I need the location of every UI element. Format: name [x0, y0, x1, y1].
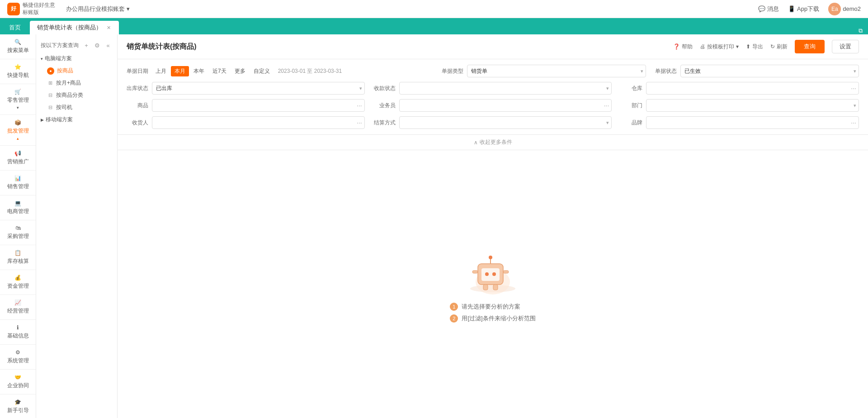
sidebar-item-wholesale[interactable]: 📦 批发管理 ▴	[0, 115, 36, 146]
collapse-btn[interactable]: ∧ 收起更多条件	[474, 138, 512, 146]
scheme-item-driver[interactable]: ⊟ 按司机	[36, 101, 117, 114]
sidebar-item-inventory[interactable]: 📋 库存核算	[0, 245, 36, 270]
header-right: 💬 消息 📱 App下载 Ea demo2	[758, 3, 861, 15]
sidebar-item-guide[interactable]: 🎓 新手引导	[0, 394, 36, 418]
filter-row-3: 商品 ··· 业务员 ··· 部门	[127, 99, 859, 112]
out-status-select[interactable]: 已出库	[152, 82, 365, 95]
scheme-group-pc-header[interactable]: ▾ 电脑端方案	[36, 52, 117, 65]
receiver-input[interactable]	[152, 116, 365, 129]
receipt-status-select[interactable]	[399, 82, 612, 95]
date-tab-this-year[interactable]: 本年	[190, 66, 208, 76]
date-tab-7days[interactable]: 近7天	[209, 66, 230, 76]
export-btn[interactable]: ⬆ 导出	[746, 43, 763, 51]
receipt-status-label: 收款状态	[374, 85, 399, 92]
marketing-icon: 📢	[14, 150, 21, 157]
filter-doc-type: 单据类型 销货单 ▾	[442, 65, 646, 77]
sidebar-operations-label: 经营管理	[7, 307, 29, 315]
breadcrumb-dropdown[interactable]: 办公用品行业模拟账套 ▾	[66, 5, 130, 13]
help-label: 帮助	[682, 43, 693, 51]
tab-close-btn[interactable]: ✕	[105, 24, 112, 31]
brand-input[interactable]	[646, 116, 859, 129]
sales-icon: 📊	[14, 175, 21, 181]
page-title-row: 销货单统计表(按商品) ❓ 帮助 🖨 按模板打印 ▾ ⬆	[127, 40, 859, 53]
sidebar-item-collab[interactable]: 🤝 企业协同	[0, 370, 36, 394]
scheme-collapse-btn[interactable]: «	[104, 41, 113, 50]
sidebar-quick-label: 快捷导航	[7, 71, 29, 79]
scheme-item-driver-label: 按司机	[56, 104, 72, 111]
filter-area: 单据日期 上月 本月 本年 近7天 更多 自定义 2023-03-01 至 20…	[118, 59, 868, 135]
scheme-item-by-goods-label: 按商品	[57, 67, 73, 75]
empty-hint-2: 2 用[过滤]条件来缩小分析范围	[450, 314, 535, 323]
sidebar-item-marketing[interactable]: 📢 营销推广	[0, 146, 36, 171]
sidebar-finance-label: 资金管理	[7, 282, 29, 290]
scheme-item-month-goods[interactable]: ⊞ 按月+商品	[36, 77, 117, 89]
breadcrumb-arrow: ▾	[127, 5, 130, 12]
salesman-input[interactable]	[399, 99, 612, 112]
help-btn[interactable]: ❓ 帮助	[673, 43, 693, 51]
message-label: 消息	[767, 5, 779, 13]
warehouse-control: ···	[646, 82, 859, 95]
breadcrumb-text: 办公用品行业模拟账套	[66, 5, 125, 13]
filter-out-status: 出库状态 已出库 ▾	[127, 82, 365, 95]
tab-restore-icon[interactable]: ⧉	[859, 27, 863, 34]
scheme-panel-header: 按以下方案查询 + ⚙ «	[36, 38, 117, 52]
sidebar-item-quick-nav[interactable]: ⭐ 快捷导航	[0, 59, 36, 84]
sidebar-sales-label: 销售管理	[7, 183, 29, 190]
tab-active[interactable]: 销货单统计表（按商品） ✕	[30, 21, 119, 34]
app-download-action[interactable]: 📱 App下载	[788, 5, 819, 13]
refresh-btn[interactable]: ↻ 刷新	[770, 43, 788, 51]
sidebar-item-basic[interactable]: ℹ 基础信息	[0, 320, 36, 345]
top-header: 好 畅捷信好生意 标账版 办公用品行业模拟账套 ▾ 💬 消息 📱 App下载 E…	[0, 0, 868, 18]
scheme-group-pc: ▾ 电脑端方案 ● 按商品 ⊞ 按月+商品 ⊟ 按商品分类 ⊟ 按司机	[36, 52, 117, 114]
warehouse-input[interactable]	[646, 82, 859, 95]
refresh-icon: ↻	[770, 43, 775, 50]
sidebar-item-purchase[interactable]: 🛍 采购管理	[0, 220, 36, 245]
template-print-btn[interactable]: 🖨 按模板打印 ▾	[700, 43, 739, 51]
scheme-group-mobile: ▶ 移动端方案	[36, 114, 117, 126]
dept-select[interactable]	[646, 99, 859, 112]
empty-state: 1 请先选择要分析的方案 2 用[过滤]条件来缩小分析范围	[118, 150, 868, 418]
collapse-arrow-icon: ∧	[474, 139, 478, 146]
settings-btn[interactable]: 设置	[832, 40, 859, 53]
template-print-label: 按模板打印	[707, 43, 734, 51]
goods-input[interactable]	[152, 99, 365, 112]
out-status-control: 已出库 ▾	[152, 82, 365, 95]
date-tab-more[interactable]: 更多	[231, 66, 249, 76]
filter-row-2: 出库状态 已出库 ▾ 收款状态	[127, 82, 859, 95]
sidebar-item-sales[interactable]: 📊 销售管理	[0, 171, 36, 195]
query-btn[interactable]: 查询	[795, 40, 825, 53]
message-action[interactable]: 💬 消息	[758, 5, 779, 13]
hint-2-text: 用[过滤]条件来缩小分析范围	[462, 314, 535, 323]
scheme-group-mobile-label: 移动端方案	[46, 116, 73, 124]
sidebar-item-ecommerce[interactable]: 💻 电商管理	[0, 195, 36, 220]
date-tab-last-month[interactable]: 上月	[152, 66, 170, 76]
user-action[interactable]: Ea demo2	[828, 3, 861, 15]
settlement-select[interactable]	[399, 116, 612, 129]
ecommerce-icon: 💻	[14, 200, 21, 206]
doc-status-select[interactable]: 已生效	[680, 65, 859, 77]
doc-type-select[interactable]: 销货单	[467, 65, 646, 77]
content-area: 按以下方案查询 + ⚙ « ▾ 电脑端方案 ● 按商品 ⊞	[36, 34, 868, 418]
filter-row-1: 单据日期 上月 本月 本年 近7天 更多 自定义 2023-03-01 至 20…	[127, 65, 859, 77]
filter-row-4: 收货人 ··· 结算方式 ▾	[127, 116, 859, 129]
scheme-item-by-goods[interactable]: ● 按商品	[36, 65, 117, 77]
refresh-label: 刷新	[777, 43, 788, 51]
sidebar-item-operations[interactable]: 📈 经营管理	[0, 295, 36, 320]
sidebar-item-system[interactable]: ⚙ 系统管理	[0, 345, 36, 370]
user-label: demo2	[843, 5, 861, 12]
date-tab-custom[interactable]: 自定义	[250, 66, 274, 76]
sidebar-item-search[interactable]: 🔍 搜索菜单	[0, 34, 36, 59]
date-tab-this-month[interactable]: 本月	[171, 66, 189, 76]
scheme-settings-btn[interactable]: ⚙	[93, 41, 102, 50]
scheme-add-btn[interactable]: +	[82, 41, 91, 50]
scheme-item-goods-category[interactable]: ⊟ 按商品分类	[36, 89, 117, 101]
tab-home[interactable]: 首页	[2, 21, 28, 34]
sidebar-item-finance[interactable]: 💰 资金管理	[0, 270, 36, 295]
sidebar-item-retail[interactable]: 🛒 零售管理 ▾	[0, 84, 36, 115]
star-icon: ⭐	[14, 64, 21, 70]
system-icon: ⚙	[15, 349, 20, 356]
scheme-group-mobile-header[interactable]: ▶ 移动端方案	[36, 114, 117, 126]
active-scheme-dot: ●	[47, 67, 54, 75]
settlement-label: 结算方式	[374, 119, 399, 127]
scheme-group-pc-label: 电脑端方案	[45, 55, 72, 62]
